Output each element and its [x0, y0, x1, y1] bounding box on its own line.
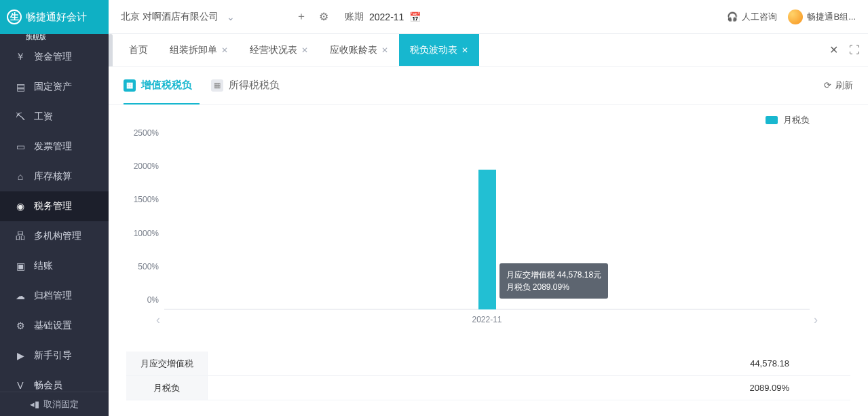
y-tick: 0% [126, 295, 159, 305]
sidebar-item-label: 多机构管理 [34, 230, 81, 242]
sidebar-item-label: 新手引导 [34, 349, 72, 362]
company-name: 北京 对啊酒店有限公司 [121, 11, 219, 23]
sidebar-item-icon: ⌂ [14, 171, 27, 182]
sidebar-item-icon: ▤ [14, 81, 27, 92]
sidebar-item-label: 库存核算 [34, 170, 72, 183]
chart-next-icon[interactable]: › [814, 313, 818, 327]
tab-1[interactable]: 组装拆卸单✕ [159, 34, 239, 66]
table-row: 月税负2089.09% [126, 376, 850, 400]
sidebar-item-label: 税务管理 [34, 200, 72, 212]
period-label: 账期 [345, 11, 364, 23]
sidebar-item-label: 归档管理 [34, 290, 72, 302]
unpin-icon: ◂▮ [30, 399, 39, 409]
sidebar-item-0[interactable]: ￥资金管理 [0, 42, 109, 72]
subtab-underline [124, 103, 200, 105]
close-all-icon[interactable]: ✕ [829, 43, 838, 56]
close-icon[interactable]: ✕ [301, 45, 308, 55]
brand-logo-icon: 生 [7, 10, 22, 24]
sidebar-item-icon: 品 [14, 230, 27, 242]
sidebar-item-label: 基础设置 [34, 320, 72, 332]
refresh-icon: ⟳ [824, 80, 831, 90]
subtab-0[interactable]: ▦增值税税负 [124, 79, 192, 92]
row-header: 月应交增值税 [126, 352, 208, 375]
close-icon[interactable]: ✕ [381, 45, 388, 55]
content: 月税负 ‹ › 0%500%1000%1500%2000%2500%2022-1… [109, 105, 868, 416]
sidebar-item-5[interactable]: ◉税务管理 [0, 191, 109, 221]
subtab-1[interactable]: ▦所得税税负 [211, 79, 280, 92]
sidebar-item-icon: ☁ [14, 290, 27, 301]
sidebar-item-icon: ▣ [14, 261, 27, 271]
sidebar-item-10[interactable]: ▶新手引导 [0, 341, 109, 371]
sidebar-item-icon: ⛏ [14, 111, 27, 122]
sidebar-item-label: 发票管理 [34, 140, 72, 153]
period-value: 2022-11 [369, 12, 404, 22]
sidebar-item-2[interactable]: ⛏工资 [0, 102, 109, 132]
sidebar-item-label: 工资 [34, 111, 53, 123]
sidebar-item-1[interactable]: ▤固定资产 [0, 72, 109, 102]
brand-name: 畅捷通好会计 [26, 11, 87, 24]
legend-swatch [766, 116, 778, 124]
sidebar-item-label: 资金管理 [34, 51, 72, 63]
subtab-label: 所得税税负 [229, 79, 280, 92]
y-tick: 1000% [126, 229, 159, 238]
sidebar-item-icon: ▭ [14, 141, 27, 152]
sidebar-item-4[interactable]: ⌂库存核算 [0, 162, 109, 191]
legend-label: 月税负 [783, 114, 810, 126]
tab-2[interactable]: 经营状况表✕ [239, 34, 319, 66]
bar[interactable] [478, 170, 496, 309]
summary-table: 月应交增值税44,578.18月税负2089.09% [126, 352, 850, 400]
brand-edition: 旗舰版 [0, 33, 109, 42]
chart-tooltip: 月应交增值税 44,578.18元月税负 2089.09% [499, 263, 609, 299]
sidebar-item-label: 畅会员 [34, 379, 62, 392]
tab-0[interactable]: 首页 [118, 34, 159, 66]
user-name: 畅捷通B组... [807, 11, 856, 23]
add-icon[interactable]: ＋ [296, 10, 307, 24]
sidebar-item-7[interactable]: ▣结账 [0, 251, 109, 281]
company-selector[interactable]: 北京 对啊酒店有限公司 ⌄ [121, 11, 284, 23]
consult-label: 人工咨询 [742, 11, 777, 23]
sidebar-item-icon: ⚙ [14, 320, 27, 331]
sidebar-unpin-label: 取消固定 [43, 398, 79, 411]
sidebar-item-label: 结账 [34, 260, 53, 272]
row-header: 月税负 [126, 376, 208, 400]
chart: ‹ › 0%500%1000%1500%2000%2500%2022-11月应交… [164, 129, 810, 333]
sidebar-unpin[interactable]: ◂▮ 取消固定 [0, 392, 109, 416]
sidebar-item-6[interactable]: 品多机构管理 [0, 221, 109, 251]
user-menu[interactable]: 畅捷通B组... [788, 10, 856, 24]
tab-label: 税负波动表 [410, 44, 457, 56]
refresh-label: 刷新 [835, 79, 853, 92]
refresh-button[interactable]: ⟳ 刷新 [824, 79, 853, 92]
tab-3[interactable]: 应收账龄表✕ [319, 34, 399, 66]
calendar-icon[interactable]: 📅 [409, 12, 421, 22]
chevron-down-icon: ⌄ [227, 12, 235, 22]
subtab-icon: ▦ [124, 79, 136, 92]
sidebar-item-11[interactable]: V畅会员 [0, 371, 109, 392]
consult-button[interactable]: 🎧 人工咨询 [727, 11, 777, 23]
tabs: 首页组装拆卸单✕经营状况表✕应收账龄表✕税负波动表✕ ✕ ⛶ [109, 34, 868, 67]
close-icon[interactable]: ✕ [221, 45, 228, 55]
table-row: 月应交增值税44,578.18 [126, 352, 850, 376]
sidebar-item-3[interactable]: ▭发票管理 [0, 132, 109, 162]
sidebar-nav: ￥资金管理▤固定资产⛏工资▭发票管理⌂库存核算◉税务管理品多机构管理▣结账☁归档… [0, 42, 109, 392]
close-icon[interactable]: ✕ [461, 45, 468, 55]
subtab-label: 增值税税负 [141, 79, 192, 92]
avatar-icon [788, 10, 803, 24]
sidebar-item-label: 固定资产 [34, 81, 72, 93]
tab-label: 经营状况表 [250, 44, 297, 56]
y-tick: 500% [126, 262, 159, 271]
sidebar-item-icon: ▶ [14, 350, 27, 361]
y-tick: 1500% [126, 195, 159, 204]
y-tick: 2500% [126, 128, 159, 138]
tab-4[interactable]: 税负波动表✕ [399, 34, 479, 66]
fullscreen-icon[interactable]: ⛶ [849, 44, 860, 56]
subtab-icon: ▦ [211, 79, 223, 92]
topbar: 北京 对啊酒店有限公司 ⌄ ＋ ⚙ 账期 2022-11 📅 🎧 人工咨询 畅捷… [109, 0, 868, 34]
sidebar-item-9[interactable]: ⚙基础设置 [0, 311, 109, 341]
row-value: 2089.09% [208, 383, 850, 393]
sidebar-item-8[interactable]: ☁归档管理 [0, 281, 109, 311]
chart-prev-icon[interactable]: ‹ [156, 313, 160, 327]
sidebar-item-icon: V [14, 380, 27, 391]
gear-icon[interactable]: ⚙ [319, 10, 328, 23]
legend: 月税负 [126, 114, 850, 126]
subtabs: ▦增值税税负▦所得税税负 ⟳ 刷新 [109, 67, 868, 105]
